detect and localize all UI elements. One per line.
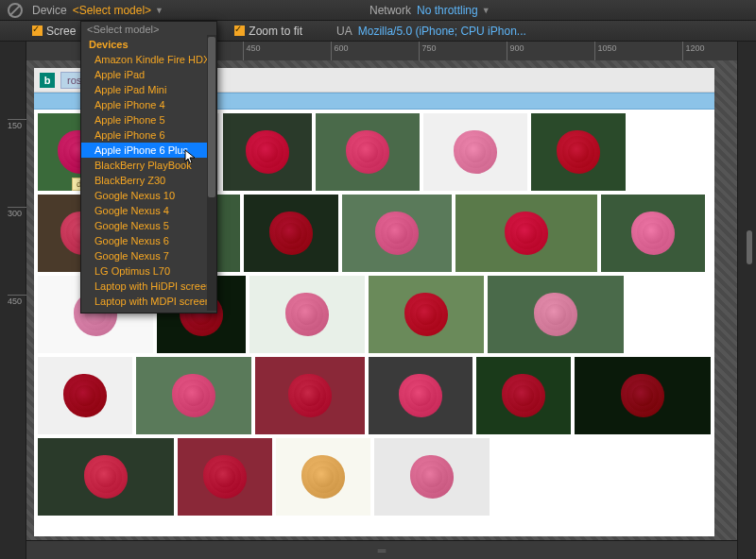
device-option[interactable]: LG Optimus L70	[81, 263, 216, 279]
device-option[interactable]: Laptop with touch	[81, 309, 216, 313]
network-select[interactable]: No throttling	[417, 4, 478, 17]
image-result[interactable]	[276, 438, 370, 516]
device-option[interactable]: Laptop with MDPI screen	[81, 294, 216, 309]
dropdown-placeholder: <Select model>	[81, 22, 216, 37]
device-option[interactable]: Laptop with HiDPI screen	[81, 279, 216, 294]
device-option[interactable]: Google Nexus 6	[81, 233, 216, 248]
image-result[interactable]	[178, 438, 272, 516]
dropdown-group: Devices	[81, 37, 216, 52]
resize-handle[interactable]: ═	[26, 540, 737, 559]
chevron-down-icon: ▼	[482, 6, 490, 15]
device-option[interactable]: Amazon Kindle Fire HDX	[81, 52, 216, 67]
image-result[interactable]	[369, 276, 484, 353]
device-option[interactable]: Apple iPad Mini	[81, 82, 216, 97]
ua-label: UA	[336, 25, 352, 38]
image-result[interactable]	[575, 357, 711, 434]
zoom-label: Zoom to fit	[249, 25, 302, 38]
bing-logo-icon[interactable]: b	[40, 73, 55, 88]
device-label: Device	[32, 4, 67, 17]
image-result[interactable]	[38, 438, 174, 516]
device-option[interactable]: Apple iPhone 5	[81, 112, 216, 127]
image-result[interactable]	[244, 195, 338, 272]
image-result[interactable]	[255, 357, 365, 434]
right-sidebar	[737, 42, 756, 559]
dropdown-scrollbar[interactable]	[207, 35, 216, 311]
image-result[interactable]	[342, 195, 452, 272]
device-option[interactable]: Google Nexus 4	[81, 203, 216, 218]
device-option[interactable]: Google Nexus 5	[81, 218, 216, 233]
chevron-down-icon: ▼	[155, 6, 163, 15]
disable-emulation-icon[interactable]	[8, 3, 23, 18]
image-result[interactable]	[476, 357, 571, 434]
screen-checkbox[interactable]	[32, 25, 43, 36]
image-result[interactable]	[601, 195, 705, 272]
device-option[interactable]: Apple iPhone 6	[81, 127, 216, 143]
device-option[interactable]: Google Nexus 7	[81, 248, 216, 263]
device-option[interactable]: Apple iPhone 4	[81, 97, 216, 112]
device-option[interactable]: Google Nexus 10	[81, 188, 216, 203]
network-label: Network	[369, 4, 411, 17]
image-result[interactable]	[488, 276, 624, 353]
screen-label: Scree	[46, 25, 76, 38]
image-result[interactable]	[455, 195, 597, 272]
mouse-cursor-icon	[184, 149, 198, 169]
image-result[interactable]	[531, 113, 626, 191]
image-result[interactable]	[38, 357, 132, 434]
image-result[interactable]	[223, 113, 312, 191]
vertical-scrollbar[interactable]	[747, 230, 752, 264]
image-result[interactable]	[423, 113, 527, 191]
vertical-ruler: 150300450	[8, 60, 26, 540]
image-result[interactable]	[369, 357, 472, 434]
image-result[interactable]	[249, 276, 365, 353]
ua-value[interactable]: Mozilla/5.0 (iPhone; CPU iPhon...	[358, 25, 526, 38]
device-select[interactable]: <Select model>	[73, 4, 151, 17]
device-option[interactable]: Apple iPad	[81, 67, 216, 82]
image-result[interactable]	[374, 438, 490, 516]
device-option[interactable]: BlackBerry Z30	[81, 173, 216, 188]
image-result[interactable]	[316, 113, 420, 191]
zoom-checkbox[interactable]	[234, 25, 245, 36]
image-result[interactable]	[136, 357, 251, 434]
